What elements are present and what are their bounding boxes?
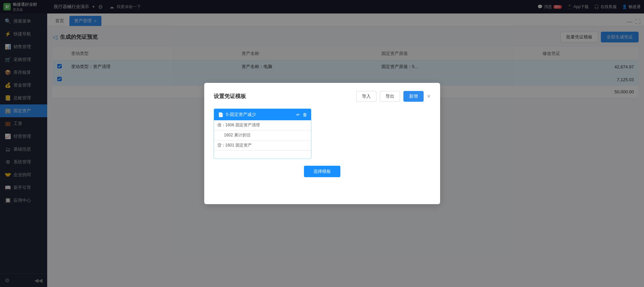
template-empty-row [214, 151, 311, 159]
template-debit-row2: 1602 累计折旧 [214, 130, 311, 140]
modal-title: 设置凭证模板 [214, 93, 246, 100]
template-header-left: 📄 5-固定资产减少 [218, 111, 256, 118]
template-debit-row1: 借：1606 固定资产清理 [214, 120, 311, 130]
export-btn[interactable]: 导出 [380, 91, 400, 102]
template-doc-icon: 📄 [218, 112, 223, 117]
modal-close-icon[interactable]: × [427, 93, 431, 100]
template-card-body: 借：1606 固定资产清理 1602 累计折旧 贷：1601 固定资产 [214, 120, 311, 159]
template-card-header: 📄 5-固定资产减少 ✏ 🗑 [214, 109, 311, 120]
modal-actions: 导入 导出 新增 [356, 91, 424, 102]
template-title: 5-固定资产减少 [226, 111, 256, 118]
template-delete-icon[interactable]: 🗑 [303, 112, 307, 117]
select-template-btn[interactable]: 选择模板 [304, 166, 340, 177]
new-template-btn[interactable]: 新增 [403, 91, 424, 102]
template-credit-row1: 贷：1601 固定资产 [214, 140, 311, 151]
modal-overlay: 设置凭证模板 导入 导出 新增 × 📄 5-固定资产减少 ✏ 🗑 [0, 0, 644, 287]
import-btn[interactable]: 导入 [356, 91, 376, 102]
template-card-actions: ✏ 🗑 [296, 112, 307, 117]
set-template-modal: 设置凭证模板 导入 导出 新增 × 📄 5-固定资产减少 ✏ 🗑 [204, 83, 440, 204]
template-card: 📄 5-固定资产减少 ✏ 🗑 借：1606 固定资产清理 [214, 108, 311, 159]
template-edit-icon[interactable]: ✏ [296, 112, 300, 117]
template-accounts-table: 借：1606 固定资产清理 1602 累计折旧 贷：1601 固定资产 [214, 120, 311, 159]
modal-header: 设置凭证模板 导入 导出 新增 × [214, 91, 431, 102]
